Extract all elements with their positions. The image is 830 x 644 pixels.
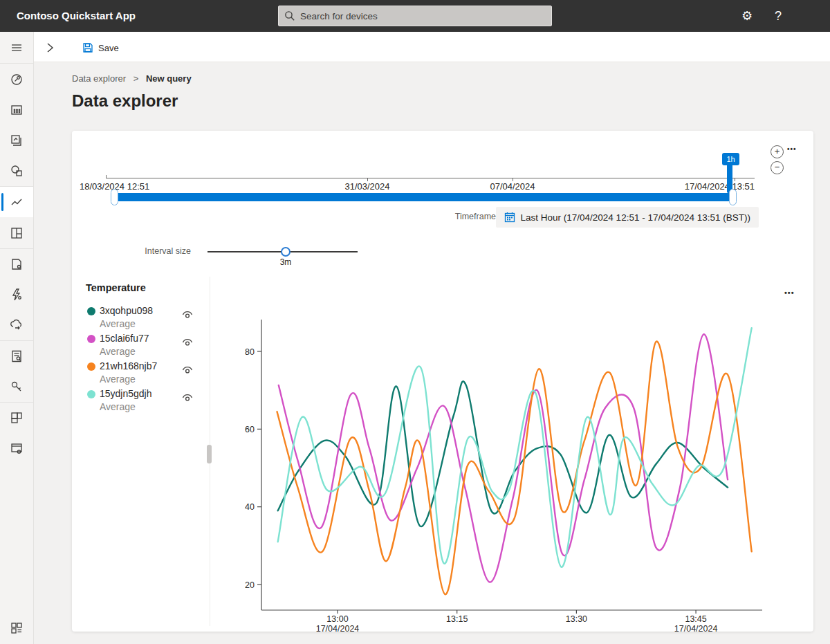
svg-text:80: 80 bbox=[245, 347, 255, 357]
page-content: Data explorer > New query Data explorer … bbox=[34, 62, 830, 644]
breadcrumb-new-query: New query bbox=[146, 73, 192, 84]
timeline-end-label: 17/04/2024 13:51 bbox=[685, 181, 755, 192]
save-label: Save bbox=[98, 43, 119, 53]
device-templates-icon bbox=[10, 134, 24, 147]
visibility-eye-icon[interactable] bbox=[181, 365, 194, 376]
app-launcher-icon bbox=[10, 621, 24, 635]
app-title: Contoso Quickstart App bbox=[17, 10, 136, 21]
timeline-handle-left[interactable] bbox=[111, 189, 118, 205]
breadcrumb: Data explorer > New query bbox=[72, 73, 192, 84]
timeframe-label: Timeframe bbox=[455, 212, 496, 221]
rules-icon bbox=[10, 288, 24, 302]
legend-device-name: 21wh168njb7 bbox=[100, 360, 157, 371]
visibility-eye-icon[interactable] bbox=[181, 309, 194, 320]
expand-nav-button[interactable] bbox=[41, 39, 59, 57]
svg-text:13:30: 13:30 bbox=[566, 614, 587, 624]
selected-indicator bbox=[1, 193, 3, 211]
legend-item: 21wh168njb7 Average bbox=[86, 360, 196, 387]
legend-title: Temperature bbox=[86, 282, 146, 293]
dashboards-icon bbox=[10, 226, 24, 240]
device-groups-icon bbox=[10, 164, 24, 178]
sidebar-item-jobs[interactable] bbox=[0, 249, 33, 279]
settings-gear-icon[interactable]: ⚙ bbox=[739, 8, 755, 24]
interval-slider-handle[interactable] bbox=[281, 247, 290, 257]
svg-text:17/04/2024: 17/04/2024 bbox=[316, 624, 360, 632]
page-title: Data explorer bbox=[72, 91, 178, 111]
legend-device-name: 15clai6fu77 bbox=[100, 333, 149, 344]
organizations-icon bbox=[10, 411, 24, 425]
legend-device-name: 15ydjn5gdjh bbox=[100, 388, 152, 399]
nav-rail bbox=[0, 32, 34, 644]
sidebar-item-permissions[interactable] bbox=[0, 371, 33, 402]
menu-icon bbox=[10, 41, 24, 55]
query-card: 18/03/2024 12:51 31/03/2024 07/04/2024 1… bbox=[72, 131, 813, 632]
timeline-mid-label-2: 07/04/2024 bbox=[490, 181, 535, 192]
audit-logs-icon bbox=[10, 349, 24, 363]
timeline-axis bbox=[106, 178, 755, 178]
help-icon[interactable]: ? bbox=[771, 8, 786, 24]
sidebar-item-menu[interactable] bbox=[0, 32, 33, 64]
svg-text:17/04/2024: 17/04/2024 bbox=[674, 624, 718, 632]
sidebar-item-audit-logs[interactable] bbox=[0, 341, 33, 371]
timeline-selection-badge[interactable]: 1h bbox=[722, 153, 739, 165]
zoom-in-button[interactable]: + bbox=[771, 145, 784, 158]
timeline-more-button[interactable]: ••• bbox=[787, 145, 797, 153]
sidebar-item-rules[interactable] bbox=[0, 279, 33, 310]
search-icon bbox=[284, 10, 295, 21]
sidebar-item-data-export[interactable] bbox=[0, 310, 33, 340]
sidebar-item-dashboards[interactable] bbox=[0, 218, 33, 248]
svg-text:13:00: 13:00 bbox=[326, 614, 348, 624]
legend-item: 15clai6fu77 Average bbox=[86, 333, 196, 359]
legend-aggregation: Average bbox=[100, 374, 136, 385]
sidebar-item-data-explorer[interactable] bbox=[0, 187, 33, 217]
search-input[interactable] bbox=[300, 11, 546, 21]
legend-item: 3xqohpu098 Average bbox=[86, 305, 196, 331]
data-export-icon bbox=[10, 318, 24, 332]
interval-size-label: Interval size bbox=[113, 246, 191, 256]
timeline-range-bar[interactable] bbox=[114, 193, 733, 201]
legend-aggregation: Average bbox=[100, 401, 136, 412]
save-icon bbox=[82, 42, 93, 53]
timeline-handle-right[interactable] bbox=[729, 189, 737, 205]
legend-aggregation: Average bbox=[100, 346, 136, 357]
sidebar-item-devices[interactable] bbox=[0, 95, 33, 125]
temperature-chart: 2040608013:0017/04/202413:1513:3013:4517… bbox=[214, 273, 802, 632]
sidebar-item-device-groups[interactable] bbox=[0, 156, 33, 186]
sidebar-item-organizations[interactable] bbox=[0, 403, 33, 433]
svg-text:20: 20 bbox=[245, 580, 255, 590]
zoom-out-button[interactable]: − bbox=[771, 161, 784, 174]
visibility-eye-icon[interactable] bbox=[181, 337, 194, 348]
legend-item: 15ydjn5gdjh Average bbox=[86, 388, 196, 414]
legend-scrollbar-thumb[interactable] bbox=[207, 445, 212, 463]
devices-icon bbox=[10, 103, 24, 117]
sidebar-item-customization[interactable] bbox=[0, 433, 33, 463]
save-button[interactable]: Save bbox=[78, 38, 123, 57]
svg-text:13:45: 13:45 bbox=[685, 614, 706, 624]
calendar-icon bbox=[504, 212, 515, 223]
sidebar-item-device-templates[interactable] bbox=[0, 125, 33, 156]
breadcrumb-data-explorer[interactable]: Data explorer bbox=[72, 73, 126, 84]
overview-icon bbox=[10, 73, 24, 86]
interval-size-value: 3m bbox=[275, 257, 296, 267]
customization-icon bbox=[10, 441, 24, 455]
timeline-mid-label-1: 31/03/2024 bbox=[344, 181, 389, 192]
jobs-icon bbox=[10, 257, 24, 271]
sidebar-item-overview[interactable] bbox=[0, 64, 33, 95]
sidebar-item-app-launcher[interactable] bbox=[0, 613, 33, 643]
device-search[interactable] bbox=[278, 6, 552, 26]
svg-text:40: 40 bbox=[245, 502, 255, 512]
command-bar: Save bbox=[34, 32, 830, 62]
series-color-dot bbox=[87, 307, 95, 315]
visibility-eye-icon[interactable] bbox=[181, 392, 194, 403]
top-bar: Contoso Quickstart App ⚙ ? bbox=[0, 0, 830, 32]
legend-device-name: 3xqohpu098 bbox=[100, 305, 153, 316]
series-color-dot bbox=[87, 362, 95, 371]
timeframe-value: Last Hour (17/04/2024 12:51 - 17/04/2024… bbox=[521, 212, 750, 223]
data-explorer-icon bbox=[10, 195, 24, 209]
breadcrumb-separator-icon: > bbox=[133, 73, 139, 84]
chart-area: 2040608013:0017/04/202413:1513:3013:4517… bbox=[214, 273, 802, 632]
svg-text:60: 60 bbox=[245, 425, 255, 434]
series-color-dot bbox=[87, 335, 95, 343]
legend-aggregation: Average bbox=[100, 318, 136, 329]
timeframe-button[interactable]: Last Hour (17/04/2024 12:51 - 17/04/2024… bbox=[496, 207, 759, 228]
